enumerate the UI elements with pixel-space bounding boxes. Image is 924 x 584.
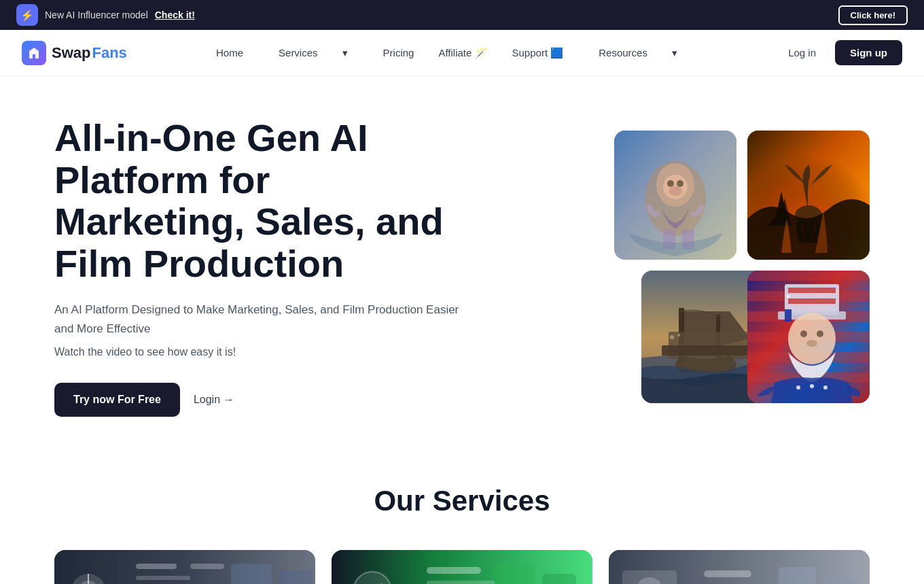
announcement-text: New AI Influencer model: [45, 10, 148, 20]
nav-link-home[interactable]: Home: [205, 41, 254, 64]
pig-warrior-placeholder: [614, 131, 736, 260]
svg-point-31: [787, 295, 789, 298]
svg-point-4: [667, 180, 674, 187]
svg-point-35: [806, 340, 817, 347]
svg-rect-55: [495, 564, 535, 584]
chevron-down-icon-resources: ▾: [661, 41, 688, 65]
nav-link-pricing[interactable]: Pricing: [372, 41, 425, 64]
services-grid: [54, 550, 870, 584]
logo-swap-text: Swap: [52, 44, 90, 62]
svg-rect-52: [427, 567, 481, 574]
nav-link-support[interactable]: Support 🟦: [501, 41, 575, 65]
nav-links: Home Services ▾ Pricing Affiliate 🪄 Supp…: [205, 36, 699, 70]
svg-rect-65: [823, 577, 857, 584]
hero-images: [614, 131, 870, 403]
svg-point-32: [788, 313, 836, 364]
deer-fire-placeholder: [747, 131, 870, 260]
svg-rect-16: [662, 345, 750, 356]
nav-item-pricing[interactable]: Pricing: [372, 41, 425, 64]
try-free-button[interactable]: Try now For Free: [54, 383, 180, 417]
nav-item-home[interactable]: Home: [205, 41, 254, 64]
nav-item-support[interactable]: Support 🟦: [501, 41, 575, 65]
svg-rect-28: [788, 288, 836, 293]
svg-point-33: [800, 330, 807, 337]
announcement-bar: ⚡ New AI Influencer model Check it! Clic…: [0, 0, 924, 30]
uncle-sam-placeholder: [747, 271, 870, 403]
service-card-1[interactable]: [54, 550, 315, 584]
announcement-link[interactable]: Check it!: [155, 10, 195, 20]
svg-point-37: [810, 384, 814, 388]
svg-point-38: [823, 385, 828, 390]
nav-link-resources[interactable]: Resources ▾: [577, 36, 699, 70]
service-card-2[interactable]: [332, 550, 592, 584]
svg-rect-20: [747, 271, 870, 281]
logo-icon: [22, 41, 46, 65]
ship-placeholder: [641, 271, 764, 403]
announcement-icon: ⚡: [16, 4, 38, 26]
signup-button[interactable]: Sign up: [835, 40, 902, 65]
svg-rect-48: [231, 564, 272, 584]
svg-point-17: [670, 335, 674, 339]
hero-login-button[interactable]: Login →: [194, 394, 234, 406]
svg-point-6: [669, 186, 682, 196]
svg-rect-49: [279, 570, 313, 584]
hero-actions: Try now For Free Login →: [54, 383, 462, 417]
nav-actions: Log in Sign up: [777, 40, 902, 65]
navbar: SwapFans Home Services ▾ Pricing Affilia…: [0, 30, 924, 76]
hero-section: All-in-One Gen AI Platform for Marketing…: [0, 76, 924, 444]
hero-tagline: Watch the video to see how easy it is!: [54, 346, 462, 358]
svg-rect-29: [788, 298, 836, 304]
logo-fans-text: Fans: [92, 44, 126, 62]
announcement-cta-button[interactable]: Click here!: [838, 5, 908, 25]
svg-rect-47: [190, 564, 224, 569]
nav-item-affiliate[interactable]: Affiliate 🪄: [427, 41, 498, 65]
svg-rect-45: [136, 576, 190, 580]
svg-rect-30: [785, 309, 792, 322]
hero-left: All-in-One Gen AI Platform for Marketing…: [54, 117, 462, 417]
svg-rect-61: [704, 570, 751, 577]
chevron-down-icon: ▾: [332, 41, 359, 65]
svg-point-5: [677, 180, 683, 187]
hero-image-pig-warrior: [614, 131, 736, 260]
hero-title: All-in-One Gen AI Platform for Marketing…: [54, 117, 462, 284]
hero-image-deer-fire: [747, 131, 870, 260]
hero-image-uncle-sam: [747, 271, 870, 403]
svg-rect-56: [542, 574, 576, 584]
service-card-3[interactable]: [609, 550, 870, 584]
services-section: Our Services: [0, 444, 924, 584]
svg-rect-64: [779, 567, 816, 584]
svg-rect-53: [427, 581, 495, 584]
svg-rect-44: [136, 564, 177, 569]
services-title: Our Services: [54, 485, 870, 517]
login-button[interactable]: Log in: [777, 41, 827, 64]
svg-point-34: [817, 330, 823, 337]
nav-item-resources[interactable]: Resources ▾: [577, 36, 699, 70]
hero-subtitle: An AI Platform Designed to Make Marketin…: [54, 300, 462, 337]
nav-link-services[interactable]: Services ▾: [257, 36, 370, 70]
nav-item-services[interactable]: Services ▾: [257, 36, 370, 70]
svg-point-36: [796, 385, 800, 390]
logo[interactable]: SwapFans: [22, 41, 127, 65]
svg-point-18: [677, 334, 680, 337]
nav-link-affiliate[interactable]: Affiliate 🪄: [427, 41, 498, 65]
announcement-left: ⚡ New AI Influencer model Check it!: [16, 4, 195, 26]
hero-image-ship: [641, 271, 764, 403]
